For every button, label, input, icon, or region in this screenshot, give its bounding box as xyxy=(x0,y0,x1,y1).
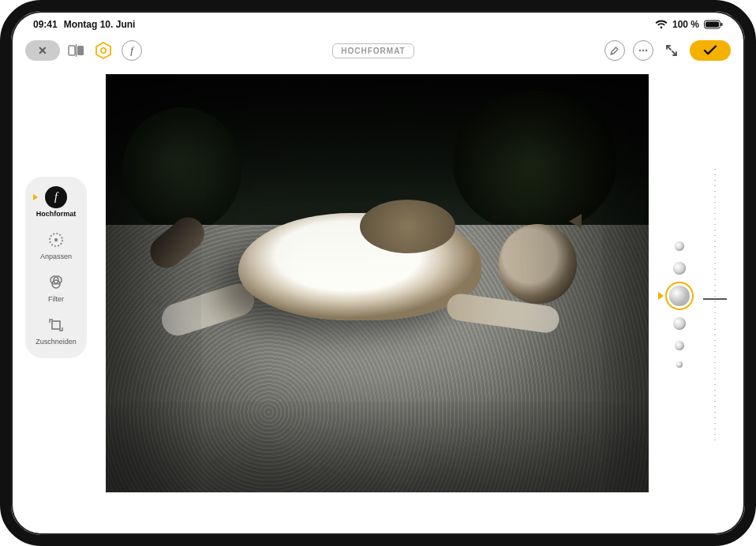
markup-pen-icon xyxy=(609,45,620,56)
close-icon: ✕ xyxy=(38,44,47,57)
checkmark-icon xyxy=(703,45,717,56)
svg-point-9 xyxy=(642,50,645,52)
depth-fstop-button[interactable]: f xyxy=(122,40,142,61)
svg-point-12 xyxy=(54,238,58,241)
fullscreen-button[interactable] xyxy=(661,40,682,61)
status-time: 09:41 xyxy=(33,19,58,30)
intensity-slider[interactable] xyxy=(699,169,731,440)
portrait-lighting-panel xyxy=(660,169,731,440)
lighting-option-5[interactable] xyxy=(676,361,683,368)
portrait-aperture-button[interactable] xyxy=(93,40,114,61)
editor-toolbar: ✕ f HOCHFORMAT xyxy=(11,36,745,65)
svg-rect-4 xyxy=(77,46,84,55)
function-f-icon: f xyxy=(130,44,133,57)
edit-mode-palette: f Hochformat Anpassen Filter Zuschneiden xyxy=(25,177,87,358)
svg-marker-6 xyxy=(96,43,110,58)
battery-icon xyxy=(704,20,723,29)
svg-point-8 xyxy=(639,50,642,52)
palette-label: Zuschneiden xyxy=(28,338,84,346)
photo-canvas[interactable] xyxy=(106,74,649,492)
photo-mode-pill[interactable]: HOCHFORMAT xyxy=(332,43,414,58)
lighting-option-1[interactable] xyxy=(673,262,686,275)
wifi-icon xyxy=(655,20,668,29)
expand-arrows-icon xyxy=(664,43,679,58)
palette-tool-filter[interactable]: Filter xyxy=(28,268,84,306)
compare-toggle-button[interactable] xyxy=(68,40,85,61)
svg-rect-2 xyxy=(721,23,723,26)
palette-tool-crop[interactable]: Zuschneiden xyxy=(28,311,84,349)
status-date: Montag 10. Juni xyxy=(64,19,136,30)
markup-button[interactable] xyxy=(604,40,625,61)
cancel-button[interactable]: ✕ xyxy=(25,40,60,61)
palette-label: Filter xyxy=(28,295,84,303)
svg-rect-3 xyxy=(69,46,75,55)
lighting-option-0[interactable] xyxy=(675,241,684,251)
svg-point-7 xyxy=(101,48,106,53)
battery-text: 100 % xyxy=(672,19,699,30)
more-options-button[interactable] xyxy=(633,40,653,61)
slider-track xyxy=(714,169,716,440)
svg-rect-16 xyxy=(52,321,60,329)
compare-icon xyxy=(68,44,85,57)
palette-label: Hochformat xyxy=(28,210,84,218)
crop-rotate-icon xyxy=(45,314,67,336)
lighting-option-3[interactable] xyxy=(673,317,686,330)
done-button[interactable] xyxy=(690,40,731,61)
palette-tool-portrait[interactable]: f Hochformat xyxy=(28,183,84,221)
lighting-style-picker xyxy=(664,169,694,440)
svg-rect-1 xyxy=(705,22,719,28)
adjust-dial-icon xyxy=(45,229,67,251)
palette-tool-adjust[interactable]: Anpassen xyxy=(28,226,84,264)
ellipsis-icon xyxy=(638,45,649,56)
lighting-option-4[interactable] xyxy=(675,341,684,350)
lighting-option-2[interactable] xyxy=(669,286,690,306)
photo-mode-label: HOCHFORMAT xyxy=(341,47,405,55)
filter-circles-icon xyxy=(45,271,67,294)
photo-content xyxy=(106,74,649,492)
palette-label: Anpassen xyxy=(28,252,84,260)
ipad-frame: 09:41 Montag 10. Juni 100 % ✕ xyxy=(0,0,756,546)
slider-handle[interactable] xyxy=(703,298,727,300)
portrait-f-icon: f xyxy=(45,186,67,208)
svg-point-10 xyxy=(646,50,648,52)
status-bar: 09:41 Montag 10. Juni 100 % xyxy=(11,16,745,33)
hexagon-aperture-icon xyxy=(94,41,113,60)
